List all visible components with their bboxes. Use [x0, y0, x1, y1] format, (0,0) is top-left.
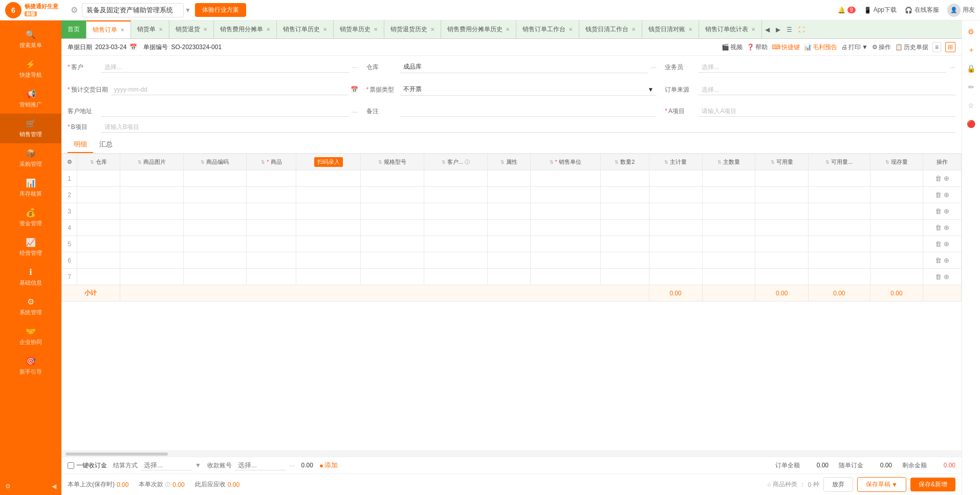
sidebar-item-basic[interactable]: ℹ 基础信息: [0, 262, 61, 292]
row-main-qty[interactable]: [702, 220, 755, 236]
payment-method-dropdown[interactable]: ▼: [195, 462, 201, 469]
row-spec[interactable]: [360, 187, 424, 203]
scan-btn[interactable]: 扫码录入: [314, 157, 343, 167]
tab-close-order-workspace[interactable]: ✕: [569, 27, 573, 32]
row-qty2[interactable]: [600, 269, 649, 285]
tab-daily-workspace[interactable]: 钱货日清工作台 ✕: [579, 20, 642, 39]
right-panel-lock-icon[interactable]: 🔒: [964, 61, 978, 76]
row-warehouse[interactable]: [77, 187, 120, 203]
row-product[interactable]: [247, 203, 296, 220]
help-btn[interactable]: ❓ 帮助: [747, 43, 768, 52]
tab-close-sales-order[interactable]: ✕: [120, 27, 124, 33]
right-panel-setup-icon[interactable]: ⚙: [964, 25, 978, 39]
tab-order-history[interactable]: 销售订单历史 ✕: [277, 20, 334, 39]
row-main-qty[interactable]: [702, 236, 755, 252]
add-btn[interactable]: ● 添加: [319, 461, 338, 470]
row-sku[interactable]: [183, 252, 247, 269]
tab-close-cost-history[interactable]: ✕: [506, 27, 510, 32]
row-attr[interactable]: [487, 203, 530, 220]
user-menu[interactable]: 👤 用友: [947, 4, 975, 17]
remark-input[interactable]: [400, 106, 657, 117]
profit-btn[interactable]: 📊 毛利预告: [804, 43, 837, 52]
sort-available[interactable]: ⇅: [771, 160, 775, 165]
row-attr[interactable]: [487, 236, 530, 252]
row-delete-btn[interactable]: 🗑: [935, 256, 942, 264]
action-btn[interactable]: ⚙ 操作: [872, 43, 891, 52]
row-copy-btn[interactable]: ⊕: [944, 240, 949, 248]
sidebar-item-guide[interactable]: 🎯 新手引导: [0, 351, 61, 381]
row-sku[interactable]: [183, 269, 247, 285]
sidebar-item-marketing[interactable]: 📢 营销推广: [0, 84, 61, 114]
row-unit[interactable]: [530, 236, 600, 252]
system-name[interactable]: 装备及固定资产辅助管理系统: [82, 3, 184, 17]
notifications[interactable]: 🔔 9 9: [838, 7, 856, 14]
tab-close-sales-stats[interactable]: ✕: [751, 27, 755, 32]
row-customer-code[interactable]: [424, 252, 487, 269]
tab-menu[interactable]: ☰: [783, 26, 795, 33]
row-product[interactable]: [247, 269, 296, 285]
tab-close-daily-reconcile[interactable]: ✕: [688, 27, 692, 32]
hotkey-btn[interactable]: ⌨ 快捷键: [772, 43, 800, 52]
row-product[interactable]: [247, 220, 296, 236]
row-attr[interactable]: [487, 187, 530, 203]
tab-close-sales-cost[interactable]: ✕: [266, 27, 270, 32]
sidebar-item-system[interactable]: ⚙ 系统管理: [0, 292, 61, 321]
row-unit[interactable]: [530, 252, 600, 269]
staff-more-icon[interactable]: ···: [949, 63, 955, 71]
tab-invoice-history[interactable]: 销货单历史 ✕: [334, 20, 384, 39]
row-copy-btn[interactable]: ⊕: [944, 207, 949, 215]
delivery-calendar-icon[interactable]: 📅: [351, 86, 358, 93]
row-sku[interactable]: [183, 170, 247, 187]
row-warehouse[interactable]: [77, 220, 120, 236]
row-qty2[interactable]: [600, 170, 649, 187]
horizontal-scrollbar[interactable]: [66, 453, 168, 456]
b-project-input[interactable]: [101, 122, 955, 133]
row-sku[interactable]: [183, 220, 247, 236]
row-warehouse[interactable]: [77, 236, 120, 252]
tab-home[interactable]: 首页: [61, 20, 86, 39]
order-source-input[interactable]: [699, 84, 955, 95]
save-draft-dropdown-icon[interactable]: ▼: [891, 481, 898, 488]
history-btn[interactable]: 📋 历史单据: [895, 43, 928, 52]
online-support[interactable]: 🎧 在线客服: [905, 6, 939, 14]
tab-close-return-history[interactable]: ✕: [430, 27, 434, 32]
row-copy-btn[interactable]: ⊕: [944, 256, 949, 264]
sort-main-unit[interactable]: ⇅: [664, 160, 668, 165]
row-main-qty[interactable]: [702, 170, 755, 187]
tab-daily-reconcile[interactable]: 钱货日清对账 ✕: [642, 20, 699, 39]
row-attr[interactable]: [487, 252, 530, 269]
tab-fullscreen[interactable]: ⛶: [795, 26, 808, 33]
row-customer-code[interactable]: [424, 203, 487, 220]
calendar-icon[interactable]: 📅: [129, 44, 137, 51]
sidebar-item-search[interactable]: 🔍 搜索菜单: [0, 25, 61, 54]
row-sku[interactable]: [183, 187, 247, 203]
sort-stock[interactable]: ⇅: [885, 160, 889, 165]
row-attr[interactable]: [487, 170, 530, 187]
tab-close-daily-workspace[interactable]: ✕: [631, 27, 636, 32]
tab-order-workspace[interactable]: 销售订单工作台 ✕: [516, 20, 579, 39]
sidebar-item-purchase[interactable]: 📦 采购管理: [0, 143, 61, 173]
delivery-input[interactable]: [111, 84, 347, 95]
invoice-select[interactable]: 不开票 ▼: [400, 83, 657, 96]
save-draft-btn[interactable]: 保存草稿 ▼: [857, 477, 906, 492]
sidebar-item-finance[interactable]: 💰 资金管理: [0, 203, 61, 232]
warehouse-more-icon[interactable]: ···: [651, 63, 657, 71]
sort-img[interactable]: ⇅: [138, 160, 142, 165]
row-spec[interactable]: [360, 252, 424, 269]
one-click-checkbox[interactable]: [68, 462, 74, 469]
row-customer-code[interactable]: [424, 170, 487, 187]
sidebar-item-sales[interactable]: 🛒 销售管理: [0, 114, 61, 143]
right-panel-edit-icon[interactable]: ✏: [964, 80, 978, 94]
row-delete-btn[interactable]: 🗑: [935, 175, 942, 182]
row-spec[interactable]: [360, 269, 424, 285]
row-sku[interactable]: [183, 236, 247, 252]
row-warehouse[interactable]: [77, 203, 120, 220]
sort-warehouse[interactable]: ⇅: [90, 160, 94, 165]
row-qty2[interactable]: [600, 203, 649, 220]
row-unit[interactable]: [530, 187, 600, 203]
row-copy-btn[interactable]: ⊕: [944, 224, 949, 231]
sidebar-settings-icon[interactable]: ⚙: [5, 483, 11, 490]
sort-available2[interactable]: ⇅: [825, 160, 830, 165]
row-attr[interactable]: [487, 220, 530, 236]
tab-close-sales-return[interactable]: ✕: [203, 27, 207, 32]
